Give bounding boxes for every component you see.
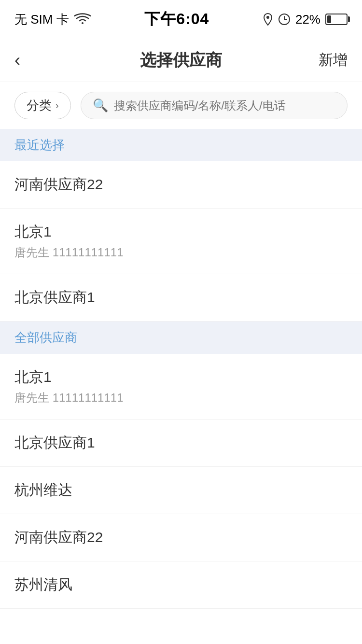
battery-indicator xyxy=(325,14,348,25)
clock-icon xyxy=(278,13,291,26)
all-list: 北京1 唐先生 11111111111北京供应商1 杭州维达 河南供应商22 苏… xyxy=(0,354,362,609)
carrier-text: 无 SIM 卡 xyxy=(14,11,69,28)
status-right: 22% xyxy=(263,12,348,27)
battery-percent: 22% xyxy=(295,12,320,27)
list-item[interactable]: 杭州维达 xyxy=(0,467,362,514)
item-sub: 唐先生 11111111111 xyxy=(14,245,348,260)
search-box[interactable]: 🔍 xyxy=(81,92,348,119)
all-section-header: 全部供应商 xyxy=(0,322,362,354)
category-label: 分类 xyxy=(27,97,52,114)
nav-bar: ‹ 选择供应商 新增 xyxy=(0,39,362,82)
chevron-right-icon: › xyxy=(56,100,59,111)
list-item[interactable]: 河南供应商22 xyxy=(0,514,362,561)
add-button[interactable]: 新增 xyxy=(319,50,348,70)
search-input[interactable] xyxy=(114,99,335,112)
list-item[interactable]: 北京1 唐先生 11111111111 xyxy=(0,354,362,420)
list-item[interactable]: 北京供应商1 xyxy=(0,274,362,322)
wifi-icon xyxy=(74,13,91,26)
item-name: 北京供应商1 xyxy=(14,288,348,308)
page-title: 选择供应商 xyxy=(140,49,222,71)
svg-point-0 xyxy=(266,16,269,19)
list-item[interactable]: 北京供应商1 xyxy=(0,420,362,467)
item-name: 北京1 xyxy=(14,222,348,242)
status-time: 下午6:04 xyxy=(144,9,209,30)
category-button[interactable]: 分类 › xyxy=(14,92,71,119)
item-name: 苏州清风 xyxy=(14,575,348,595)
filter-bar: 分类 › 🔍 xyxy=(0,82,362,129)
recent-list: 河南供应商22 北京1 唐先生 11111111111北京供应商1 xyxy=(0,161,362,322)
item-name: 杭州维达 xyxy=(14,480,348,500)
item-name: 河南供应商22 xyxy=(14,528,348,547)
item-name: 河南供应商22 xyxy=(14,175,348,195)
list-item[interactable]: 河南供应商22 xyxy=(0,161,362,209)
status-carrier: 无 SIM 卡 xyxy=(14,11,91,28)
list-item[interactable]: 苏州清风 xyxy=(0,561,362,609)
item-sub: 唐先生 11111111111 xyxy=(14,390,348,406)
location-icon xyxy=(263,13,273,26)
recent-section-header: 最近选择 xyxy=(0,129,362,161)
search-icon: 🔍 xyxy=(93,98,108,113)
status-bar: 无 SIM 卡 下午6:04 22% xyxy=(0,0,362,39)
back-button[interactable]: ‹ xyxy=(14,50,43,70)
item-name: 北京供应商1 xyxy=(14,433,348,453)
list-item[interactable]: 北京1 唐先生 11111111111 xyxy=(0,209,362,274)
item-name: 北京1 xyxy=(14,367,348,387)
